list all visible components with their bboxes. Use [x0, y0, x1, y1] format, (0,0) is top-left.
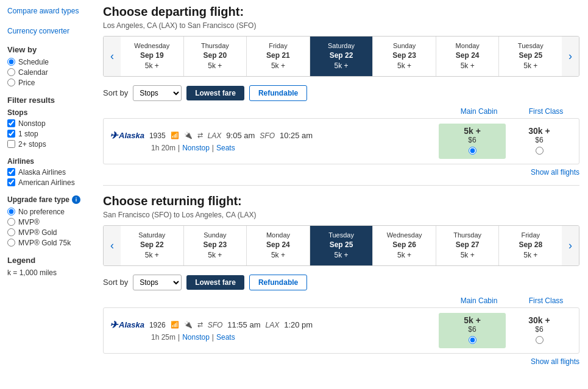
- ret-flight-duration: 1h 25m: [151, 333, 175, 342]
- filter-nonstop[interactable]: Nonstop: [7, 119, 87, 128]
- ret-sort-select[interactable]: Stops Price Duration: [133, 275, 182, 290]
- ret-date-thu-sep27[interactable]: Thursday Sep 27 5k +: [436, 226, 500, 265]
- date-wed-sep19[interactable]: Wednesday Sep 19 5k +: [121, 37, 184, 76]
- ret-arrive-airport: LAX: [266, 321, 280, 329]
- departing-carousel: ‹ Wednesday Sep 19 5k + Thursday Sep 20 …: [103, 36, 579, 77]
- ret-fare-cells: 5k + $6 30k + $6: [439, 313, 573, 348]
- arrive-airport: SFO: [260, 131, 275, 140]
- date-sat-sep22[interactable]: Saturday Sep 22 5k +: [310, 37, 374, 76]
- returning-show-all-row: Show all flights: [103, 357, 579, 366]
- seats-link[interactable]: Seats: [216, 144, 235, 152]
- main-content: Choose departing flight: Los Angeles, CA…: [94, 0, 588, 374]
- departing-route: Los Angeles, CA (LAX) to San Francisco (…: [103, 21, 579, 30]
- ret-date-mon-sep24[interactable]: Monday Sep 24 5k +: [247, 226, 310, 265]
- main-tax: $6: [468, 136, 476, 144]
- flight-duration: 1h 20m: [151, 144, 175, 152]
- view-by-title: View by: [7, 45, 87, 54]
- ret-first-radio[interactable]: [536, 336, 544, 346]
- ret-arrive-time: 1:20 pm: [284, 320, 313, 329]
- view-by-schedule[interactable]: Schedule Calendar Price: [7, 58, 87, 87]
- main-cabin-header: Main Cabin: [445, 107, 512, 116]
- info-icon[interactable]: i: [72, 195, 80, 204]
- returning-flight-row: ✈ Alaska 1926 📶 🔌 ⇄ SFO 11:55 am LAX 1:2…: [103, 307, 579, 354]
- departing-fare-headers: Main Cabin First Class: [103, 107, 579, 116]
- ret-date-wed-sep26[interactable]: Wednesday Sep 26 5k +: [373, 226, 436, 265]
- ret-flight-info: ✈ Alaska 1926 📶 🔌 ⇄ SFO 11:55 am LAX 1:2…: [110, 319, 439, 342]
- first-class-fare[interactable]: 30k + $6: [506, 124, 573, 159]
- currency-converter-link[interactable]: Currency converter: [7, 26, 87, 37]
- date-thu-sep20[interactable]: Thursday Sep 20 5k +: [184, 37, 247, 76]
- main-cabin-fare[interactable]: 5k + $6: [439, 124, 506, 159]
- ret-seat-icon: ⇄: [197, 321, 203, 329]
- compare-award-link[interactable]: Compare award types: [7, 6, 87, 16]
- legend-text: k = 1,000 miles: [7, 268, 87, 277]
- flight-bottom: 1h 20m | Nonstop | Seats: [110, 144, 439, 152]
- returning-carousel-next-button[interactable]: ›: [562, 226, 579, 265]
- returning-sort-bar: Sort by Stops Price Duration Lowest fare…: [103, 275, 579, 290]
- ret-date-sat-sep22[interactable]: Saturday Sep 22 5k +: [121, 226, 184, 265]
- ret-flight-number: 1926: [149, 321, 166, 329]
- ret-refundable-button[interactable]: Refundable: [249, 275, 307, 290]
- ret-first-tax: $6: [535, 325, 543, 334]
- date-tue-sep25[interactable]: Tuesday Sep 25 5k +: [499, 37, 562, 76]
- returning-section: Choose returning flight: San Francisco (…: [103, 194, 579, 366]
- ret-main-radio[interactable]: [469, 336, 476, 346]
- ret-first-class-header: First Class: [512, 296, 579, 305]
- returning-route: San Francisco (SFO) to Los Angeles, CA (…: [103, 211, 579, 219]
- flight-top: ✈ Alaska 1935 📶 🔌 ⇄ LAX 9:05 am SFO 10:2…: [110, 130, 439, 141]
- first-tax: $6: [535, 136, 543, 144]
- depart-airport: LAX: [208, 131, 222, 140]
- departing-show-all-link[interactable]: Show all flights: [531, 168, 579, 177]
- main-radio[interactable]: [469, 147, 476, 156]
- first-price: 30k +: [528, 126, 550, 136]
- departing-show-all-row: Show all flights: [103, 168, 579, 177]
- returning-title: Choose returning flight:: [103, 194, 579, 208]
- ret-depart-time: 11:55 am: [227, 320, 260, 329]
- ret-date-sun-sep23[interactable]: Sunday Sep 23 5k +: [184, 226, 247, 265]
- carousel-next-button[interactable]: ›: [562, 37, 579, 76]
- lowest-fare-button[interactable]: Lowest fare: [186, 86, 244, 100]
- airlines-filters: Alaska Airlines American Airlines: [7, 168, 87, 187]
- alaska-airline-logo: ✈ Alaska: [110, 130, 144, 141]
- nonstop-link[interactable]: Nonstop: [182, 144, 210, 152]
- ret-main-cabin-header: Main Cabin: [445, 296, 512, 305]
- date-mon-sep24[interactable]: Monday Sep 24 5k +: [436, 37, 500, 76]
- filter-results-title: Filter results: [7, 96, 87, 105]
- departing-dates: Wednesday Sep 19 5k + Thursday Sep 20 5k…: [121, 37, 562, 76]
- ret-main-cabin-fare[interactable]: 5k + $6: [439, 313, 506, 348]
- legend-title: Legend: [7, 256, 87, 265]
- filter-1stop[interactable]: 1 stop: [7, 130, 87, 138]
- upgrade-no-pref[interactable]: No preference: [7, 208, 87, 216]
- refundable-button[interactable]: Refundable: [249, 85, 307, 101]
- upgrade-mvp-gold[interactable]: MVP® Gold: [7, 228, 87, 237]
- seat-icon: ⇄: [197, 131, 203, 139]
- arrive-time: 10:25 am: [280, 131, 313, 140]
- carousel-prev-button[interactable]: ‹: [104, 37, 121, 76]
- main-price: 5k +: [464, 126, 481, 136]
- filter-alaska[interactable]: Alaska Airlines: [7, 168, 87, 177]
- upgrade-options: No preference MVP® MVP® Gold MVP® Gold 7…: [7, 208, 87, 247]
- fare-cells: 5k + $6 30k + $6: [439, 124, 573, 159]
- upgrade-mvp-gold-75k[interactable]: MVP® Gold 75k: [7, 239, 87, 247]
- ret-date-tue-sep25[interactable]: Tuesday Sep 25 5k +: [310, 226, 374, 265]
- wifi-icon: 📶: [171, 131, 179, 139]
- sort-select[interactable]: Stops Price Duration: [133, 85, 182, 101]
- ret-alaska-airline-logo: ✈ Alaska: [110, 319, 144, 331]
- ret-date-fri-sep28[interactable]: Friday Sep 28 5k +: [499, 226, 562, 265]
- returning-carousel-prev-button[interactable]: ‹: [104, 226, 121, 265]
- date-sun-sep23[interactable]: Sunday Sep 23 5k +: [373, 37, 436, 76]
- returning-show-all-link[interactable]: Show all flights: [531, 357, 579, 366]
- filter-american[interactable]: American Airlines: [7, 178, 87, 187]
- stops-filters: Nonstop 1 stop 2+ stops: [7, 119, 87, 149]
- upgrade-mvp[interactable]: MVP®: [7, 218, 87, 226]
- ret-first-class-fare[interactable]: 30k + $6: [506, 313, 573, 348]
- returning-fare-headers: Main Cabin First Class: [103, 296, 579, 305]
- date-fri-sep21[interactable]: Friday Sep 21 5k +: [247, 37, 310, 76]
- ret-nonstop-link[interactable]: Nonstop: [182, 333, 210, 342]
- ret-seats-link[interactable]: Seats: [216, 333, 235, 342]
- filter-2plus-stops[interactable]: 2+ stops: [7, 140, 87, 149]
- flight-number: 1935: [149, 131, 166, 140]
- power-icon: 🔌: [184, 131, 193, 139]
- first-radio[interactable]: [536, 147, 544, 156]
- ret-lowest-fare-button[interactable]: Lowest fare: [186, 275, 244, 290]
